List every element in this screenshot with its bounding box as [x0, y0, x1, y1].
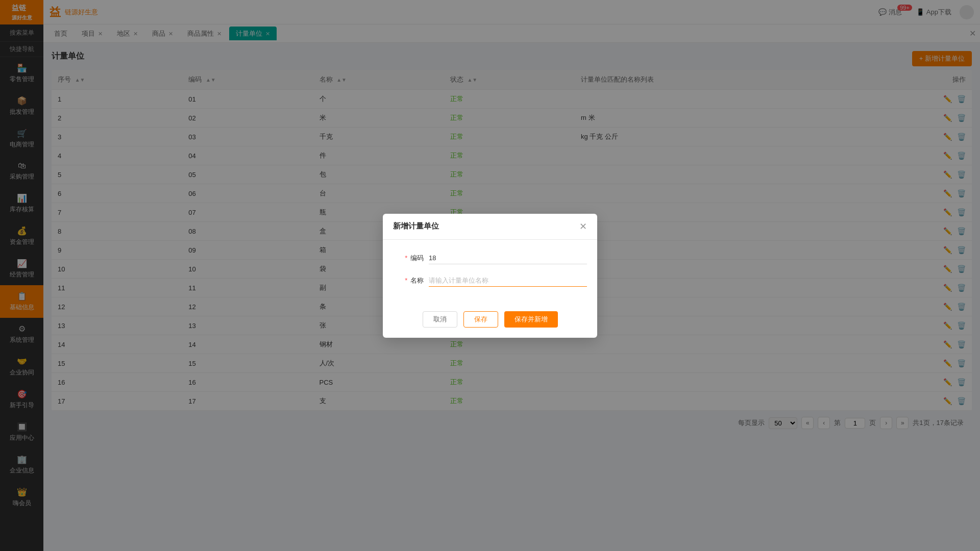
code-label: * 编码	[393, 254, 424, 263]
code-form-row: * 编码	[393, 252, 587, 264]
modal-header: 新增计量单位 ✕	[383, 214, 597, 240]
modal-close-button[interactable]: ✕	[579, 221, 587, 232]
modal-footer: 取消 保存 保存并新增	[383, 305, 597, 338]
modal-body: * 编码 * 名称	[383, 240, 597, 305]
modal-title: 新增计量单位	[393, 221, 439, 231]
modal-overlay[interactable]: 新增计量单位 ✕ * 编码 * 名称 取消 保存 保存并新增	[0, 0, 980, 551]
name-form-row: * 名称	[393, 274, 587, 287]
save-and-new-button[interactable]: 保存并新增	[504, 311, 558, 328]
name-input[interactable]	[429, 274, 587, 287]
add-unit-modal: 新增计量单位 ✕ * 编码 * 名称 取消 保存 保存并新增	[383, 214, 597, 338]
code-input[interactable]	[429, 252, 587, 264]
code-required-mark: *	[405, 254, 407, 262]
save-button[interactable]: 保存	[463, 311, 498, 328]
name-required-mark: *	[405, 277, 407, 284]
cancel-button[interactable]: 取消	[423, 311, 457, 328]
name-label: * 名称	[393, 276, 424, 285]
